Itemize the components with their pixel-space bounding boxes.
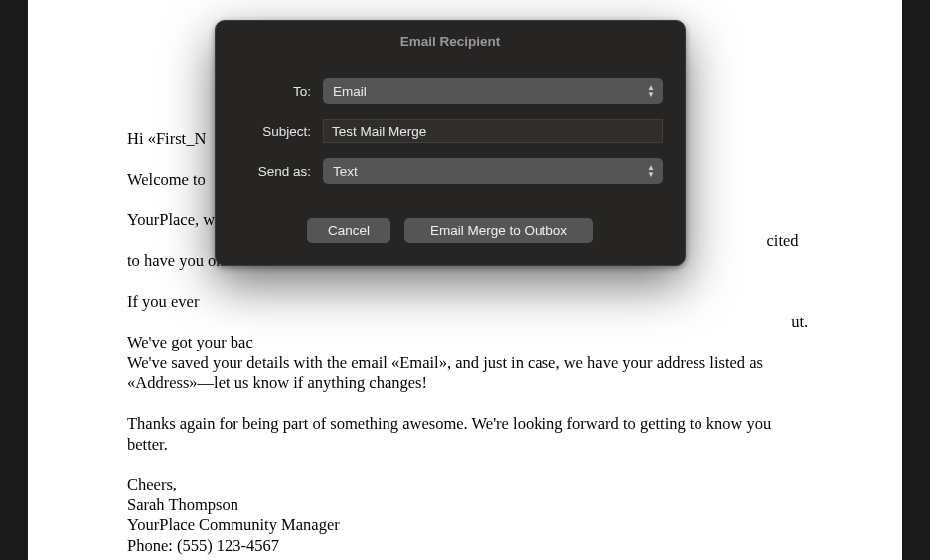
dialog-title: Email Recipient (400, 34, 501, 49)
dialog-footer: Cancel Email Merge to Outbox (216, 207, 685, 265)
row-sendas: Send as: Text ▲▼ (237, 158, 663, 184)
chevron-up-down-icon: ▲▼ (640, 159, 662, 183)
dialog-body: To: Email ▲▼ Subject: Send as: Text (216, 61, 685, 207)
email-recipient-dialog: Email Recipient To: Email ▲▼ Subject: Se… (215, 20, 686, 266)
subject-label: Subject: (237, 124, 323, 139)
to-select[interactable]: Email (323, 78, 663, 104)
doc-para-3: Thanks again for being part of something… (127, 414, 803, 455)
subject-input[interactable] (323, 119, 663, 143)
to-select-value: Email (333, 84, 367, 99)
row-subject: Subject: (237, 119, 663, 143)
doc-sig-cheers: Cheers, (127, 475, 803, 495)
sendas-select-value: Text (333, 164, 358, 179)
doc-sig-phone: Phone: (555) 123-4567 (127, 536, 803, 557)
sendas-select[interactable]: Text (323, 158, 663, 184)
dialog-titlebar: Email Recipient (216, 21, 685, 61)
chevron-up-down-icon: ▲▼ (640, 79, 662, 103)
cancel-button[interactable]: Cancel (307, 218, 390, 243)
sendas-label: Send as: (237, 164, 323, 179)
doc-sig-role: YourPlace Community Manager (127, 515, 803, 536)
email-merge-to-outbox-button[interactable]: Email Merge to Outbox (404, 218, 593, 243)
doc-sig-email: Email: sarah.thompson@yourplace.org (127, 557, 803, 560)
doc-para-2: If you ever xxxxxxxxxxxxxxxxxxxxxxxxxxxx… (127, 292, 803, 394)
to-label: To: (237, 84, 323, 99)
doc-sig-name: Sarah Thompson (127, 495, 803, 516)
row-to: To: Email ▲▼ (237, 78, 663, 104)
